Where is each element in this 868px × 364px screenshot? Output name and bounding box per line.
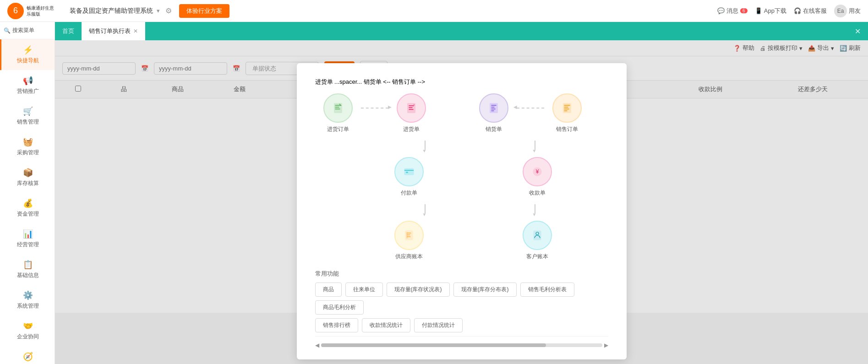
supplier-account-node[interactable]: 供应商账本 — [386, 221, 432, 261]
sidebar-item-marketing[interactable]: 📢 营销推广 — [0, 70, 55, 101]
purchase-bill-icon[interactable] — [397, 93, 426, 123]
online-service-btn[interactable]: 🎧 在线客服 — [794, 7, 827, 15]
avatar: Ea — [834, 5, 847, 17]
try-button[interactable]: 体验行业方案 — [179, 4, 229, 18]
func-btn-contacts[interactable]: 往来单位 — [345, 283, 383, 297]
purchase-order-icon[interactable] — [323, 93, 353, 123]
arrow-down-right2: ▼ — [512, 204, 558, 213]
func-btn-goods-analysis[interactable]: 商品毛利分析 — [315, 300, 364, 315]
sidebar-item-basic-info[interactable]: 📋 基础信息 — [0, 254, 55, 285]
supplier-account-icon[interactable] — [394, 221, 424, 250]
flow-row-3: 供应商账本 客户账本 — [315, 221, 608, 261]
func-btn-goods[interactable]: 商品 — [315, 283, 342, 297]
purchase-bill-node[interactable]: 进货单 — [388, 93, 434, 133]
sidebar-item-operation[interactable]: 📊 经营管理 — [0, 223, 55, 254]
func-btn-sales-analysis[interactable]: 销售毛利分析表 — [520, 283, 574, 297]
quick-nav-icon: ⚡ — [23, 45, 33, 55]
sales-order-node[interactable]: 销售订单 — [544, 93, 590, 133]
sales-order-icon[interactable] — [552, 93, 582, 123]
message-icon: 💬 — [717, 7, 725, 14]
sidebar: 🔍 搜索菜单 ⚡ 快捷导航 📢 营销推广 🛒 销售管理 🧺 采购管理 📦 库存核… — [0, 22, 55, 364]
message-badge: 6 — [740, 8, 748, 13]
sidebar-item-sales[interactable]: 🛒 销售管理 — [0, 101, 55, 131]
sales-bill-label: 销货单 — [486, 125, 502, 133]
service-icon: 🎧 — [794, 7, 801, 14]
sales-bill-node[interactable]: 销货单 — [471, 93, 517, 133]
scroll-right-btn[interactable]: ▶ — [604, 342, 608, 348]
svg-rect-2 — [490, 103, 498, 113]
func-buttons-row1: 商品 往来单位 现存量(库存状况表) 现存量(库存分布表) 销售毛利分析表 商品… — [315, 283, 608, 315]
svg-rect-4 — [404, 168, 414, 175]
basic-info-icon: 📋 — [23, 260, 33, 270]
receipt-bill-node[interactable]: ¥ 收款单 — [514, 157, 560, 197]
flow-arrows-row: ▼ ▼ — [315, 141, 608, 150]
user-info[interactable]: Ea 用友 — [834, 5, 861, 17]
sidebar-item-sys-mgmt[interactable]: ⚙️ 系统管理 — [0, 285, 55, 315]
supplier-account-label: 供应商账本 — [395, 253, 423, 261]
gear-icon[interactable]: ⚙ — [165, 6, 172, 15]
sales-bill-icon[interactable] — [479, 93, 508, 123]
common-functions-title: 常用功能 — [315, 270, 608, 278]
sales-icon: 🛒 — [23, 106, 33, 116]
payment-bill-icon[interactable] — [394, 157, 424, 186]
flow-chart: 进货单 ...spacer... 销货单 <-- 销售订单 --> 进货订单 ▶ — [315, 78, 608, 261]
logo-area: 6 畅康通好生意 乐服版 — [7, 3, 62, 19]
func-buttons-row2: 销售排行榜 收款情况统计 付款情况统计 — [315, 318, 608, 332]
sidebar-item-guide[interactable]: 🧭 新手引导 — [0, 346, 55, 364]
tab-close-icon[interactable]: ✕ — [133, 28, 138, 34]
search-icon: 🔍 — [4, 27, 11, 34]
tab-home[interactable]: 首页 — [55, 22, 82, 40]
svg-rect-5 — [406, 172, 408, 173]
arrow-right-1: ▶ — [361, 108, 388, 109]
sidebar-item-inventory[interactable]: 📦 库存核算 — [0, 162, 55, 193]
sidebar-item-quick-nav[interactable]: ⚡ 快捷导航 — [0, 39, 55, 70]
tab-sales-order[interactable]: 销售订单执行表 ✕ — [82, 22, 145, 40]
payment-bill-node[interactable]: 付款单 — [386, 157, 432, 197]
purchase-order-label: 进货订单 — [327, 125, 349, 133]
dropdown-icon[interactable]: ▾ — [157, 7, 160, 14]
svg-rect-9 — [406, 232, 408, 239]
main-content: 首页 销售订单执行表 ✕ ✕ ❓ 帮助 🖨 按模板打印 ▾ 📤 导出 ▾ — [55, 22, 868, 364]
flow-row-2: 付款单 ¥ 收款单 — [315, 157, 608, 197]
customer-account-label: 客户账本 — [526, 253, 548, 261]
modal-box: 进货单 ...spacer... 销货单 <-- 销售订单 --> 进货订单 ▶ — [297, 63, 627, 359]
sys-mgmt-icon: ⚙️ — [23, 290, 33, 300]
scrollbar-thumb — [321, 343, 546, 347]
arrow-down-left2: ▼ — [402, 204, 448, 213]
sidebar-item-finance[interactable]: 💰 资金管理 — [0, 193, 55, 223]
customer-account-node[interactable]: 客户账本 — [514, 221, 560, 261]
scrollbar-track[interactable] — [321, 343, 602, 347]
svg-text:¥: ¥ — [535, 168, 539, 175]
func-btn-sales-ranking[interactable]: 销售排行榜 — [315, 318, 358, 332]
inventory-icon: 📦 — [23, 168, 33, 178]
sidebar-item-enterprise[interactable]: 🤝 企业协同 — [0, 315, 55, 346]
receipt-bill-label: 收款单 — [529, 189, 546, 197]
purchase-order-node[interactable]: 进货订单 — [315, 93, 361, 133]
scroll-area: ◀ ▶ — [315, 336, 608, 348]
func-btn-payment-stats[interactable]: 付款情况统计 — [414, 318, 463, 332]
close-main-icon[interactable]: ✕ — [847, 27, 868, 36]
func-btn-inventory-dist[interactable]: 现存量(库存分布表) — [453, 283, 517, 297]
guide-icon: 🧭 — [23, 352, 33, 362]
message-btn[interactable]: 💬 消息 6 — [717, 7, 748, 15]
sidebar-item-purchase[interactable]: 🧺 采购管理 — [0, 131, 55, 162]
app-title-area: 装备及固定资产辅助管理系统 ▾ ⚙ 体验行业方案 — [62, 4, 717, 18]
page-body: ❓ 帮助 🖨 按模板打印 ▾ 📤 导出 ▾ 🔄 刷新 📅 📅 — [55, 40, 868, 364]
modal-overlay[interactable]: 进货单 ...spacer... 销货单 <-- 销售订单 --> 进货订单 ▶ — [55, 40, 868, 364]
arrow-down-left: ▼ — [402, 141, 448, 150]
system-title: 装备及固定资产辅助管理系统 — [70, 7, 153, 15]
sales-order-label: 销售订单 — [556, 125, 578, 133]
scroll-left-btn[interactable]: ◀ — [315, 342, 319, 348]
logo-icon: 6 — [7, 3, 24, 19]
flow-row-1: 进货订单 ▶ 进货单 — [315, 93, 608, 133]
download-icon: 📱 — [755, 7, 762, 14]
search-menu[interactable]: 🔍 搜索菜单 — [0, 22, 55, 39]
operation-icon: 📊 — [23, 229, 33, 239]
receipt-bill-icon[interactable]: ¥ — [523, 157, 552, 186]
func-btn-receipt-stats[interactable]: 收款情况统计 — [362, 318, 410, 332]
customer-account-icon[interactable] — [523, 221, 552, 250]
app-download-btn[interactable]: 📱 App下载 — [755, 7, 786, 15]
enterprise-icon: 🤝 — [23, 321, 33, 331]
common-functions: 常用功能 商品 往来单位 现存量(库存状况表) 现存量(库存分布表) 销售毛利分… — [315, 270, 608, 348]
func-btn-inventory-status[interactable]: 现存量(库存状况表) — [387, 283, 450, 297]
